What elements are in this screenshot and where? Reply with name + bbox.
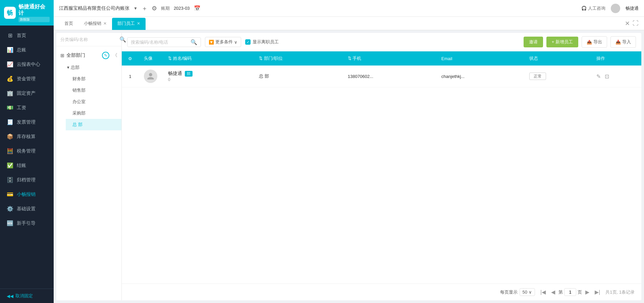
th-dept-position[interactable]: ⇅ 部门/职位 <box>254 51 342 66</box>
sidebar-item-label: 工资 <box>17 105 26 111</box>
export-button[interactable]: 📤 导出 <box>582 36 607 48</box>
sidebar-item-label: 固定资产 <box>17 90 36 96</box>
dept-item-general[interactable]: ▾ 总部 <box>60 62 121 73</box>
topbar-add-button[interactable]: ＋ <box>142 4 148 12</box>
sidebar-item-reports[interactable]: 📈 云报表中心 <box>0 57 54 72</box>
sidebar: 畅 畅捷通好会计 旗舰版 ⊞ 首页 📊 总账 📈 云报表中心 💰 资金管理 🏢 … <box>0 0 54 303</box>
page-first-button[interactable]: |◀ <box>538 288 548 296</box>
page-number-input[interactable] <box>564 288 576 296</box>
all-departments-item[interactable]: ⊞ 全部部门 ✎ 《 <box>56 49 121 62</box>
company-dropdown-icon[interactable]: ▼ <box>133 6 138 11</box>
topbar-settings-button[interactable]: ⚙ <box>152 5 157 12</box>
name-row: 畅捷通 部 <box>168 71 248 77</box>
page-prev-button[interactable]: ◀ <box>549 288 557 296</box>
sidebar-item-expense[interactable]: 💳 小畅报销 <box>0 187 54 202</box>
sort-icon: ⇅ <box>168 56 172 61</box>
edit-employee-icon[interactable]: ✎ <box>596 73 601 80</box>
employee-search-input[interactable] <box>131 40 189 45</box>
sidebar-item-tax[interactable]: 🧮 税务管理 <box>0 144 54 158</box>
filter-icon: 🔽 <box>209 40 214 45</box>
archive-icon: 🗄️ <box>7 177 13 183</box>
tab-expense-close-icon[interactable]: ✕ <box>103 21 107 26</box>
tab-expense[interactable]: 小畅报销 ✕ <box>78 18 112 30</box>
per-page-value: 50 <box>523 290 527 295</box>
filter-button[interactable]: 🔽 更多条件 ∨ <box>205 37 241 47</box>
dept-tree: ⊞ 全部部门 ✎ 《 ▾ 总部 财务部 销售部 办公室 采购部 总 部 <box>56 46 121 300</box>
cell-index: 1 <box>122 66 139 87</box>
sidebar-item-label: 发票管理 <box>17 119 36 125</box>
dept-item-sales[interactable]: 销售部 <box>66 85 121 96</box>
sidebar-item-funds[interactable]: 💰 资金管理 <box>0 72 54 86</box>
settings-icon: ⚙️ <box>7 206 13 212</box>
page-last-button[interactable]: ▶| <box>593 288 602 296</box>
employee-search-box: 🔍 <box>127 37 201 47</box>
sidebar-item-archive[interactable]: 🗄️ 归档管理 <box>0 173 54 187</box>
reports-icon: 📈 <box>7 61 13 68</box>
tab-close-window-icon[interactable]: ✕ <box>625 20 630 27</box>
per-page-label: 每页显示 <box>500 289 518 295</box>
edit-icon: ✎ <box>104 53 107 58</box>
sidebar-item-inventory[interactable]: 📦 库存核算 <box>0 129 54 144</box>
calendar-icon[interactable]: 📅 <box>194 5 201 11</box>
dept-item-headquarters-active[interactable]: 总 部 <box>66 119 121 130</box>
tab-expand-icon[interactable]: ⛶ <box>633 20 639 27</box>
grid-icon: ⊞ <box>60 53 64 58</box>
sidebar-item-invoice[interactable]: 🧾 发票管理 <box>0 115 54 129</box>
app-logo[interactable]: 畅 畅捷通好会计 旗舰版 <box>0 0 54 26</box>
sidebar-item-ledger[interactable]: 📊 总账 <box>0 43 54 57</box>
tab-home-label: 首页 <box>64 20 73 27</box>
unpin-button[interactable]: ◀◀ 取消固定 <box>0 289 54 303</box>
sidebar-item-label: 云报表中心 <box>17 61 40 68</box>
employee-avatar <box>144 70 157 83</box>
th-phone[interactable]: ⇅ 手机 <box>342 51 436 66</box>
inventory-icon: 📦 <box>7 133 13 140</box>
cell-phone: 138070602... <box>342 66 436 87</box>
th-avatar: 头像 <box>139 51 163 66</box>
dept-edit-button[interactable]: ✎ <box>102 52 109 59</box>
th-name-code[interactable]: ⇅ 姓名/编码 <box>163 51 254 66</box>
sidebar-item-salary[interactable]: 💵 工资 <box>0 100 54 115</box>
sidebar-item-assets[interactable]: 🏢 固定资产 <box>0 86 54 100</box>
add-employee-button[interactable]: + 新增员工 <box>546 37 578 47</box>
sidebar-item-label: 基础设置 <box>17 206 36 212</box>
consult-button[interactable]: 🎧 人工咨询 <box>581 5 605 11</box>
tax-icon: 🧮 <box>7 148 13 154</box>
delete-employee-icon[interactable]: ⊡ <box>605 73 609 80</box>
dept-item-procurement[interactable]: 采购部 <box>66 107 121 119</box>
sidebar-item-label: 资金管理 <box>17 76 36 82</box>
search-icon[interactable]: 🔍 <box>191 39 197 45</box>
sort-icon: ⇅ <box>259 56 263 61</box>
dept-tree-panel: 🔍 ⊞ 全部部门 ✎ 《 ▾ 总部 财务部 销售部 办公室 <box>56 33 122 300</box>
employee-panel: 🔍 🔽 更多条件 ∨ ✓ 显示离职员工 邀请 + 新增员工 📤 导出 <box>122 33 641 300</box>
sidebar-item-settings[interactable]: ⚙️ 基础设置 <box>0 202 54 216</box>
dept-search-box: 🔍 <box>56 33 121 46</box>
invite-button[interactable]: 邀请 <box>524 37 543 47</box>
dept-search-input[interactable] <box>60 37 117 42</box>
tab-department-close-icon[interactable]: ✕ <box>137 21 140 26</box>
closing-icon: ✅ <box>7 162 13 169</box>
tabs-bar: 首页 小畅报销 ✕ 部门员工 ✕ ✕ ⛶ <box>54 17 644 30</box>
per-page-select-box[interactable]: 50 ∨ <box>520 288 535 296</box>
tab-home[interactable]: 首页 <box>59 18 78 30</box>
tab-department[interactable]: 部门员工 ✕ <box>112 18 146 30</box>
sidebar-item-home[interactable]: ⊞ 首页 <box>0 28 54 43</box>
show-resigned-toggle[interactable]: ✓ 显示离职员工 <box>245 39 279 45</box>
cell-actions: ✎ ⊡ <box>591 66 641 87</box>
sidebar-item-label: 结账 <box>17 163 26 169</box>
page-navigation: |◀ ◀ 第 页 ▶ ▶| <box>538 288 602 296</box>
collapse-icon[interactable]: 《 <box>113 52 117 58</box>
guide-icon: 🆕 <box>7 220 13 226</box>
dept-group-headquarters: ▾ 总部 财务部 销售部 办公室 采购部 总 部 <box>56 62 121 130</box>
import-button[interactable]: 📥 导入 <box>610 36 636 48</box>
home-icon: ⊞ <box>7 32 13 39</box>
th-settings[interactable]: ⚙ <box>122 51 139 66</box>
sidebar-item-guide[interactable]: 🆕 新手引导 <box>0 216 54 230</box>
tab-expense-label: 小畅报销 <box>84 20 101 27</box>
ledger-icon: 📊 <box>7 47 13 53</box>
dept-item-finance[interactable]: 财务部 <box>66 73 121 85</box>
sidebar-item-closing[interactable]: ✅ 结账 <box>0 158 54 173</box>
pagination-bar: 每页显示 50 ∨ |◀ ◀ 第 页 ▶ ▶| 共1页, 1条记录 <box>122 284 641 300</box>
tab-department-label: 部门员工 <box>117 20 135 27</box>
page-next-button[interactable]: ▶ <box>583 288 591 296</box>
dept-item-office[interactable]: 办公室 <box>66 96 121 107</box>
